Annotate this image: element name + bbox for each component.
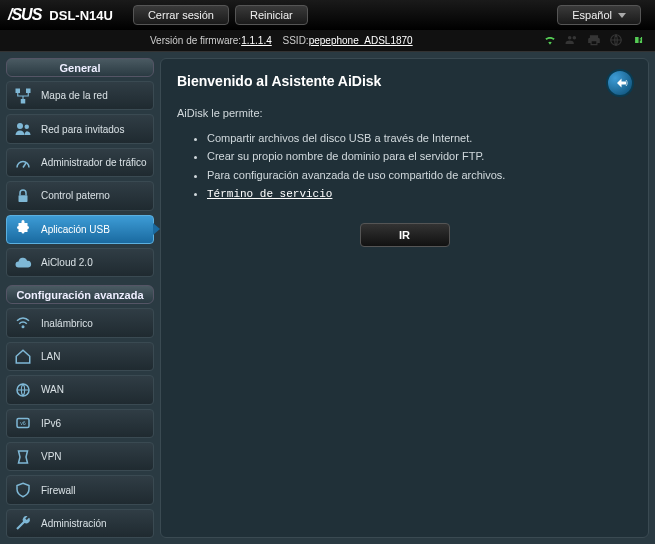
sidebar-item-label: Red para invitados	[41, 124, 124, 135]
home-icon	[13, 347, 33, 367]
info-bar: Versión de firmware: 1.1.1.4 SSID: pepep…	[0, 30, 655, 52]
usb-icon[interactable]	[631, 33, 645, 49]
brand-logo: /SUS	[8, 6, 41, 24]
wifi-icon[interactable]	[543, 33, 557, 49]
ssid-label: SSID:	[283, 35, 309, 46]
globe-icon	[13, 380, 33, 400]
firmware-label: Versión de firmware:	[150, 35, 241, 46]
sidebar-item-network-map[interactable]: Mapa de la red	[6, 81, 154, 110]
users-icon[interactable]	[565, 33, 579, 49]
sidebar-item-wireless[interactable]: Inalámbrico	[6, 308, 154, 337]
list-item: Término de servicio	[207, 185, 632, 203]
firmware-version-link[interactable]: 1.1.1.4	[241, 35, 272, 46]
sidebar-item-aicloud[interactable]: AiCloud 2.0	[6, 248, 154, 277]
reboot-button[interactable]: Reiniciar	[235, 5, 308, 25]
sidebar-item-vpn[interactable]: VPN	[6, 442, 154, 471]
sidebar-item-label: Administrador de tráfico	[41, 157, 147, 168]
sidebar-item-traffic-manager[interactable]: Administrador de tráfico	[6, 148, 154, 177]
sidebar-item-label: LAN	[41, 351, 60, 362]
list-item: Crear su propio nombre de dominio para e…	[207, 148, 632, 165]
go-button[interactable]: IR	[360, 223, 450, 247]
list-item: Compartir archivos del disco USB a travé…	[207, 130, 632, 147]
back-button[interactable]	[606, 69, 634, 97]
ipv6-icon: v6	[13, 413, 33, 433]
sidebar-item-label: IPv6	[41, 418, 61, 429]
sidebar-item-label: VPN	[41, 451, 62, 462]
sidebar-item-wan[interactable]: WAN	[6, 375, 154, 404]
svg-point-8	[22, 325, 25, 328]
status-icons	[543, 33, 645, 49]
shield-icon	[13, 480, 33, 500]
content-panel: Bienvenido al Asistente AiDisk AiDisk le…	[160, 58, 649, 538]
sidebar-item-parental-control[interactable]: Control paterno	[6, 181, 154, 210]
sidebar-item-label: AiCloud 2.0	[41, 257, 93, 268]
sidebar-item-label: Mapa de la red	[41, 90, 108, 101]
gauge-icon	[13, 153, 33, 173]
sidebar-item-label: Aplicación USB	[41, 224, 110, 235]
printer-icon[interactable]	[587, 33, 601, 49]
svg-rect-3	[21, 99, 26, 104]
sidebar-item-ipv6[interactable]: v6 IPv6	[6, 409, 154, 438]
wrench-icon	[13, 513, 33, 533]
content-body: AiDisk le permite: Compartir archivos de…	[177, 105, 632, 247]
cloud-icon	[13, 253, 33, 273]
wireless-icon	[13, 313, 33, 333]
sidebar-group-advanced: Configuración avanzada	[6, 285, 154, 304]
sidebar-item-guest-network[interactable]: Red para invitados	[6, 114, 154, 143]
page-title: Bienvenido al Asistente AiDisk	[177, 73, 632, 89]
sidebar-item-administration[interactable]: Administración	[6, 509, 154, 538]
network-map-icon	[13, 86, 33, 106]
header-bar: /SUS DSL-N14U Cerrar sesión Reiniciar Es…	[0, 0, 655, 30]
lock-icon	[13, 186, 33, 206]
svg-rect-2	[26, 88, 31, 93]
globe-icon[interactable]	[609, 33, 623, 49]
svg-line-6	[23, 163, 26, 168]
sidebar-item-lan[interactable]: LAN	[6, 342, 154, 371]
model-name: DSL-N14U	[49, 8, 113, 23]
feature-list: Compartir archivos del disco USB a travé…	[207, 130, 632, 203]
vpn-icon	[13, 447, 33, 467]
sidebar-group-general: General	[6, 58, 154, 77]
language-dropdown[interactable]: Español	[557, 5, 641, 25]
svg-rect-7	[19, 195, 28, 202]
list-item: Para configuración avanzada de uso compa…	[207, 167, 632, 184]
sidebar-item-usb-application[interactable]: Aplicación USB	[6, 215, 154, 244]
sidebar-item-label: Administración	[41, 518, 107, 529]
ssid-link[interactable]: pepephone_ADSL1870	[309, 35, 413, 46]
guest-icon	[13, 119, 33, 139]
language-label: Español	[572, 9, 612, 21]
sidebar-item-label: Firewall	[41, 485, 75, 496]
intro-text: AiDisk le permite:	[177, 105, 632, 122]
back-arrow-icon	[611, 74, 629, 92]
svg-rect-1	[16, 88, 21, 93]
sidebar-item-label: Control paterno	[41, 190, 110, 201]
sidebar-item-label: Inalámbrico	[41, 318, 93, 329]
svg-point-4	[17, 123, 23, 129]
tos-link[interactable]: Término de servicio	[207, 188, 332, 200]
sidebar-item-label: WAN	[41, 384, 64, 395]
logout-button[interactable]: Cerrar sesión	[133, 5, 229, 25]
puzzle-icon	[13, 219, 33, 239]
chevron-down-icon	[618, 13, 626, 18]
sidebar: General Mapa de la red Red para invitado…	[6, 58, 154, 538]
sidebar-item-firewall[interactable]: Firewall	[6, 475, 154, 504]
svg-point-5	[25, 125, 30, 130]
svg-text:v6: v6	[20, 421, 26, 427]
